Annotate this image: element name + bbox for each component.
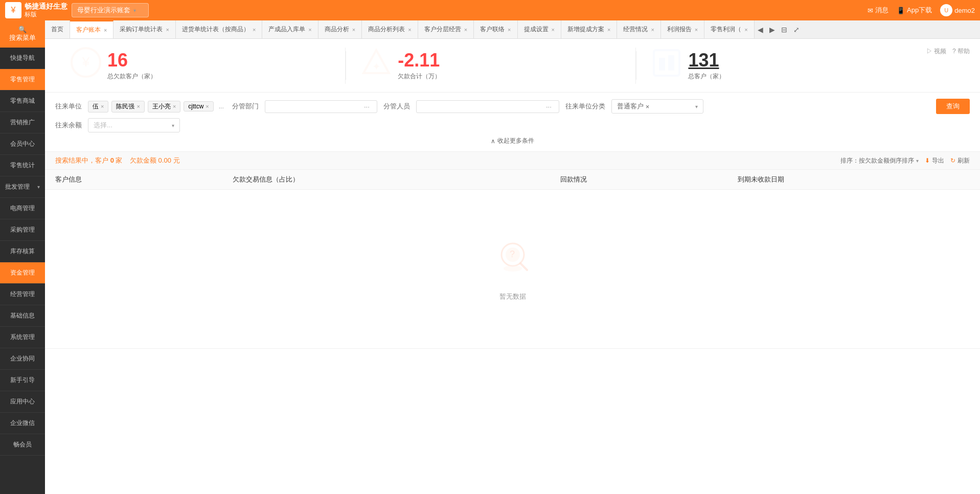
sidebar-wholesale-label: 批发管理 (5, 183, 30, 191)
sidebar-item-enterprise-wechat[interactable]: 企业微信 (0, 413, 45, 434)
sidebar-item-vip-member[interactable]: 畅会员 (0, 434, 45, 456)
balance-select[interactable]: 选择... ▾ (88, 118, 180, 132)
app-download-label: App下载 (907, 6, 932, 15)
tab-close-profit-report[interactable]: × (695, 27, 698, 33)
tab-production-incoming[interactable]: 产成品入库单 × (262, 20, 318, 38)
chevron-down-icon: ▾ (37, 184, 40, 190)
message-button[interactable]: ✉ 消息 (868, 6, 888, 15)
sidebar-item-marketing[interactable]: 营销推广 (0, 112, 45, 133)
sidebar-item-operations-mgmt[interactable]: 经营管理 (0, 284, 45, 305)
app-download-button[interactable]: 📱 App下载 (897, 6, 932, 15)
person-filter-label: 分管人员 (383, 102, 410, 111)
tab-product-analysis-list[interactable]: 商品分析列表 × (362, 20, 418, 38)
tab-incoming-stats-label: 进货单统计表（按商品） (182, 25, 249, 34)
total-customers-label: 总欠款客户（家） (107, 72, 156, 81)
tab-close-product-analysis[interactable]: × (352, 27, 355, 33)
filter-tag-x3-remove[interactable]: × (173, 103, 176, 109)
tab-purchase-order[interactable]: 采购订单统计表 × (113, 20, 175, 38)
tab-close-incoming-stats[interactable]: × (253, 27, 256, 33)
person-dots-icon: ··· (544, 103, 554, 110)
org-select[interactable]: 母婴行业演示账套 ▾ (72, 3, 149, 17)
tab-close-retail-profit[interactable]: × (744, 27, 747, 33)
sidebar-item-enterprise-collab[interactable]: 企业协同 (0, 348, 45, 370)
tab-close-customer-segment[interactable]: × (464, 27, 467, 33)
help-button[interactable]: ? 帮助 (952, 47, 970, 56)
tab-customer-segment-label: 客户分层经营 (424, 25, 461, 34)
person-select[interactable]: ··· (416, 100, 559, 113)
stat-total-customers: ¥ 16 总欠款客户（家） (55, 47, 345, 84)
tab-product-analysis-label: 商品分析 (325, 25, 349, 34)
tab-customer-contact[interactable]: 客户联络 × (474, 20, 517, 38)
chevron-up-icon: ∧ (491, 138, 495, 145)
sidebar-item-new-guide[interactable]: 新手引导 (0, 370, 45, 391)
tab-profit-report[interactable]: 利润报告 × (661, 20, 704, 38)
tab-incoming-stats[interactable]: 进货单统计表（按商品） × (176, 20, 262, 38)
category-select[interactable]: 普通客户 × ▾ (611, 99, 703, 114)
tab-customer-segment[interactable]: 客户分层经营 × (418, 20, 474, 38)
sidebar-ecommerce-label: 电商管理 (10, 205, 35, 212)
tab-close-tips-settings[interactable]: × (552, 27, 555, 33)
tab-prev-button[interactable]: ◀ (755, 26, 766, 34)
sidebar-item-retail-mall[interactable]: 零售商城 (0, 91, 45, 112)
stat-help: ▷ 视频 ? 帮助 (926, 47, 970, 56)
tab-customer-capital[interactable]: 客户账本 × (70, 20, 113, 38)
refresh-label: 刷新 (958, 156, 970, 165)
debt-customer-icon: ¥ (71, 47, 101, 84)
export-icon: ⬇ (925, 157, 930, 164)
tab-close-new-tips-plan[interactable]: × (607, 27, 610, 33)
dept-select[interactable]: ··· (265, 100, 377, 113)
sidebar-item-system-mgmt[interactable]: 系统管理 (0, 327, 45, 348)
export-button[interactable]: ⬇ 导出 (925, 156, 944, 165)
tab-close-product-analysis-list[interactable]: × (408, 27, 411, 33)
tab-fullscreen-button[interactable]: ⤢ (790, 26, 803, 34)
refresh-button[interactable]: ↻ 刷新 (950, 156, 970, 165)
sidebar-item-inventory[interactable]: 库存核算 (0, 241, 45, 262)
sidebar-item-capital-mgmt[interactable]: 资金管理 (0, 262, 45, 284)
top-bar: ¥ 畅捷通好生意 标版 母婴行业演示账套 ▾ ✉ 消息 📱 App下载 U (0, 0, 980, 20)
tab-close-customer-contact[interactable]: × (508, 27, 511, 33)
tab-menu-button[interactable]: ⊟ (778, 26, 790, 34)
tab-retail-profit[interactable]: 零售利润（ × (704, 20, 754, 38)
sidebar-item-basic-info[interactable]: 基础信息 (0, 305, 45, 327)
tab-close-production-incoming[interactable]: × (308, 27, 311, 33)
filter-tag-x4-remove[interactable]: × (206, 103, 209, 109)
col-customer-info: 客户信息 (45, 170, 222, 190)
tab-home[interactable]: 首页 (45, 20, 70, 38)
tab-new-tips-plan[interactable]: 新增提成方案 × (561, 20, 617, 38)
balance-placeholder: 选择... (94, 121, 112, 130)
sidebar-item-quick-nav[interactable]: 快捷导航 (0, 48, 45, 69)
sidebar-item-app-center[interactable]: 应用中心 (0, 391, 45, 413)
tab-product-analysis[interactable]: 商品分析 × (318, 20, 362, 38)
sort-select[interactable]: 排序：按欠款金额倒序排序 ▾ (840, 156, 919, 165)
tab-operations-status[interactable]: 经营情况 × (617, 20, 660, 38)
tab-tips-settings[interactable]: 提成设置 × (518, 20, 561, 38)
category-remove-button[interactable]: × (646, 103, 650, 110)
sidebar-item-retail-mgmt[interactable]: 零售管理 (0, 69, 45, 91)
video-help-button[interactable]: ▷ 视频 (926, 47, 946, 56)
sidebar-item-ecommerce-mgmt[interactable]: 电商管理 (0, 198, 45, 219)
sidebar-search[interactable]: 🔍 搜索菜单 (0, 20, 45, 48)
sidebar-item-wholesale-mgmt[interactable]: 批发管理 ▾ (0, 176, 45, 198)
tab-close-operations-status[interactable]: × (651, 27, 654, 33)
sidebar-item-retail-stats[interactable]: 零售统计 (0, 155, 45, 176)
filter-tag-x2-remove[interactable]: × (136, 103, 140, 109)
more-tags-button[interactable]: ... (217, 103, 226, 110)
sidebar-item-member-center[interactable]: 会员中心 (0, 133, 45, 155)
tab-close-customer-capital[interactable]: × (104, 27, 107, 33)
org-name: 母婴行业演示账套 (77, 6, 130, 15)
sidebar: 🔍 搜索菜单 快捷导航 零售管理 零售商城 营销推广 会员中心 零售统计 (0, 20, 45, 494)
tab-close-purchase-order[interactable]: × (166, 27, 169, 33)
svg-text:✦: ✦ (372, 61, 381, 72)
logo-text: 畅捷通好生意 标版 (25, 2, 67, 19)
query-button[interactable]: 查询 (936, 99, 970, 114)
col-overdue-date: 到期未收款日期 (727, 170, 980, 190)
sidebar-item-purchase-mgmt[interactable]: 采购管理 (0, 219, 45, 241)
filter-tag-x4: cjttcw × (184, 101, 213, 111)
tab-customer-capital-label: 客户账本 (76, 26, 101, 34)
filter-tag-x1-remove[interactable]: × (101, 103, 104, 109)
filter-tag-x3: 王小亮 × (148, 101, 180, 113)
category-selected-tag: 普通客户 × (617, 102, 650, 111)
tab-next-button[interactable]: ▶ (766, 26, 778, 34)
collapse-button[interactable]: ∧ 收起更多条件 (491, 137, 534, 145)
user-menu[interactable]: U demo2 (940, 4, 975, 16)
